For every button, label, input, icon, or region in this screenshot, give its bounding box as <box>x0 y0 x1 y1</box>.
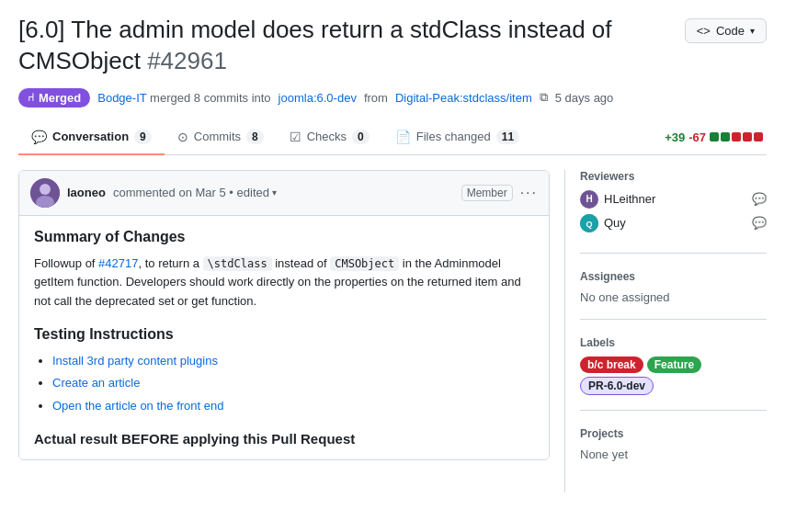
inline-code-cmsobject: CMSObject <box>330 256 399 271</box>
projects-section: Projects None yet <box>580 427 767 476</box>
reviewer-avatar-1: H <box>580 190 598 209</box>
diff-bars <box>710 132 763 141</box>
reviewer-comment-icon-1[interactable]: 💬 <box>752 192 767 206</box>
tab-commits-label: Commits <box>194 130 241 143</box>
tab-conversation[interactable]: 💬 Conversation 9 <box>18 120 165 155</box>
code-icon: <> <box>697 24 711 38</box>
tab-conversation-label: Conversation <box>52 130 129 143</box>
checks-icon: ☑ <box>290 130 301 144</box>
reviewer-avatar-2: Q <box>580 214 598 232</box>
chevron-down-icon: ▾ <box>272 187 277 198</box>
commits-icon: ⊙ <box>177 130 188 144</box>
reviewer-left-1: H HLeithner <box>580 190 655 209</box>
merge-icon: ⑁ <box>28 91 34 104</box>
checks-count: 0 <box>352 130 370 144</box>
conversation-icon: 💬 <box>31 130 47 144</box>
summary-text: Followup of #42717, to return a \stdClas… <box>34 255 534 311</box>
inline-code-stdclass: \stdClass <box>203 256 272 271</box>
comment-body: Summary of Changes Followup of #42717, t… <box>19 216 549 460</box>
reviewers-label: Reviewers <box>580 170 767 183</box>
issue-link[interactable]: #42717 <box>98 256 138 270</box>
comment-thread: laoneo commented on Mar 5 • edited ▾ Mem… <box>18 170 550 461</box>
meta-author: Bodge-IT merged 8 commits into <box>97 91 270 105</box>
reviewers-section: Reviewers H HLeithner 💬 Q <box>580 170 767 254</box>
source-branch-link[interactable]: Digital-Peak:stdclass/item <box>395 91 532 105</box>
main-column: laoneo commented on Mar 5 • edited ▾ Mem… <box>18 170 564 492</box>
target-branch-link[interactable]: joomla:6.0-dev <box>279 91 357 105</box>
testing-heading: Testing Instructions <box>34 326 534 343</box>
tab-commits[interactable]: ⊙ Commits 8 <box>165 120 277 155</box>
labels-section: Labels b/c break Feature PR-6.0-dev <box>580 336 767 411</box>
code-button-label: Code <box>716 24 745 38</box>
testing-item-link-1[interactable]: Install 3rd party content plugins <box>52 354 218 368</box>
comment-header: laoneo commented on Mar 5 • edited ▾ Mem… <box>19 171 549 216</box>
chevron-down-icon: ▾ <box>750 26 755 36</box>
testing-item-link-2[interactable]: Create an article <box>52 376 140 390</box>
svg-text:Q: Q <box>586 220 592 229</box>
edited-dropdown[interactable]: edited ▾ <box>237 186 277 199</box>
list-item: Open the article on the front end <box>52 397 534 415</box>
tab-files-label: Files changed <box>416 130 491 143</box>
merged-badge: ⑁ Merged <box>18 88 90 108</box>
diff-stat: +39 -67 <box>661 121 767 153</box>
reviewer-item-1: H HLeithner 💬 <box>580 190 767 209</box>
edited-label: edited <box>237 186 269 199</box>
projects-label: Projects <box>580 427 767 440</box>
diff-bar-4 <box>743 132 752 141</box>
tabs-bar: 💬 Conversation 9 ⊙ Commits 8 ☑ Checks 0 … <box>18 120 767 155</box>
assignees-section: Assignees No one assigned <box>580 270 767 320</box>
from-text: from <box>364 91 388 105</box>
reviewer-left-2: Q Quy <box>580 214 626 232</box>
meta-time: 5 days ago <box>555 91 614 105</box>
label-bc-break[interactable]: b/c break <box>580 357 643 373</box>
author-link[interactable]: Bodge-IT <box>97 91 146 105</box>
summary-heading: Summary of Changes <box>34 229 534 245</box>
tab-checks-label: Checks <box>307 130 347 143</box>
more-options-button[interactable]: ··· <box>520 185 538 201</box>
comment-header-left: laoneo commented on Mar 5 • edited ▾ <box>30 178 277 208</box>
reviewer-name-1[interactable]: HLeithner <box>604 192 655 206</box>
list-item: Create an article <box>52 374 534 392</box>
label-feature[interactable]: Feature <box>647 357 701 373</box>
reviewer-item-2: Q Quy 💬 <box>580 214 767 232</box>
avatar <box>30 178 60 208</box>
tab-files-changed[interactable]: 📄 Files changed 11 <box>382 120 532 155</box>
code-button[interactable]: <> Code ▾ <box>685 18 767 43</box>
labels-area: b/c break Feature PR-6.0-dev <box>580 357 767 395</box>
svg-point-1 <box>40 184 51 195</box>
diff-additions: +39 <box>665 130 685 144</box>
comment-actions: Member ··· <box>461 185 538 201</box>
pr-number: #42961 <box>147 47 227 74</box>
testing-list: Install 3rd party content plugins Create… <box>34 352 534 415</box>
testing-item-link-3[interactable]: Open the article on the front end <box>52 399 223 413</box>
diff-deletions: -67 <box>688 130 706 144</box>
reviewer-name-2[interactable]: Quy <box>604 216 626 230</box>
pr-title: [6.0] The admin model does return a stdC… <box>18 15 670 77</box>
reviewer-comment-icon-2[interactable]: 💬 <box>752 216 767 230</box>
copy-icon[interactable]: ⧉ <box>540 90 548 105</box>
diff-bar-2 <box>721 132 730 141</box>
member-badge: Member <box>461 185 513 201</box>
pr-title-text: [6.0] The admin model does return a stdC… <box>18 16 612 74</box>
projects-none-text: None yet <box>580 447 767 461</box>
files-icon: 📄 <box>395 130 411 144</box>
diff-bar-1 <box>710 132 719 141</box>
list-item: Install 3rd party content plugins <box>52 352 534 370</box>
actual-result-heading: Actual result BEFORE applying this Pull … <box>34 431 534 447</box>
pr-meta: ⑁ Merged Bodge-IT merged 8 commits into … <box>18 88 767 108</box>
meta-text: merged 8 commits into <box>150 91 271 105</box>
diff-bar-5 <box>754 132 763 141</box>
label-pr-dev[interactable]: PR-6.0-dev <box>580 377 654 395</box>
sidebar-column: Reviewers H HLeithner 💬 Q <box>564 170 767 492</box>
labels-label: Labels <box>580 336 767 349</box>
testing-section: Testing Instructions Install 3rd party c… <box>34 326 534 415</box>
commits-count: 8 <box>246 130 264 144</box>
assignees-label: Assignees <box>580 270 767 283</box>
tab-checks[interactable]: ☑ Checks 0 <box>277 120 382 155</box>
comment-author[interactable]: laoneo <box>67 186 106 199</box>
files-count: 11 <box>496 130 519 144</box>
no-assigned-text: No one assigned <box>580 290 767 304</box>
diff-bar-3 <box>732 132 741 141</box>
comment-meta: commented on Mar 5 • edited ▾ <box>113 186 277 199</box>
merged-label: Merged <box>39 91 81 105</box>
